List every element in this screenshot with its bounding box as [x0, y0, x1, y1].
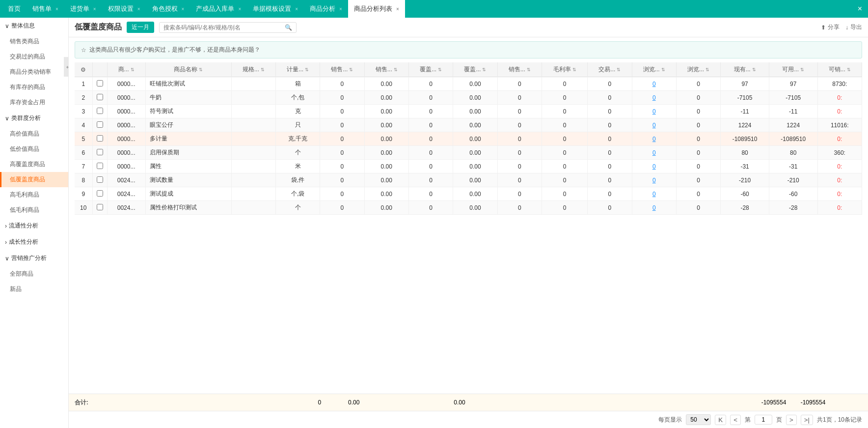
row-view1[interactable]: 0	[632, 118, 676, 132]
sidebar-item-high-gross[interactable]: 高毛利商品	[0, 187, 68, 202]
row-view1[interactable]: 0	[632, 105, 676, 118]
footer-sales-amt: 0.00	[337, 397, 371, 408]
close-icon[interactable]: ×	[238, 6, 241, 12]
page-input[interactable]	[755, 415, 772, 425]
row-checkbox[interactable]	[92, 91, 107, 105]
period-button[interactable]: 近一月	[127, 22, 154, 33]
sidebar-item-capital[interactable]: 库存资金占用	[0, 95, 68, 110]
row-checkbox[interactable]	[92, 105, 107, 118]
row-view2: 0	[676, 173, 720, 187]
close-icon[interactable]: ×	[339, 6, 342, 12]
sidebar-item-new-products[interactable]: 新品	[0, 282, 68, 297]
sidebar-item-low-value[interactable]: 低价值商品	[0, 142, 68, 157]
trans-col-header: 交易...⇅	[588, 62, 632, 77]
view-link[interactable]: 0	[652, 136, 656, 143]
tab-analysis[interactable]: 商品分析 ×	[304, 0, 348, 18]
row-view1[interactable]: 0	[632, 160, 676, 173]
sidebar-item-high-coverage[interactable]: 高覆盖度商品	[0, 157, 68, 172]
view-link[interactable]: 0	[652, 149, 656, 156]
tab-sales[interactable]: 销售单 ×	[27, 0, 64, 18]
view-link[interactable]: 0	[652, 94, 656, 101]
row-stock2: -31	[769, 160, 817, 173]
close-icon[interactable]: ×	[396, 6, 399, 12]
sidebar-item-in-stock[interactable]: 有库存的商品	[0, 80, 68, 95]
row-view2: 0	[676, 132, 720, 146]
sidebar-item-traded[interactable]: 交易过的商品	[0, 49, 68, 64]
close-icon[interactable]: ×	[93, 6, 96, 12]
first-page-button[interactable]: K	[715, 415, 726, 425]
sidebar-item-low-coverage[interactable]: 低覆盖度商品	[0, 172, 68, 187]
last-page-button[interactable]: >|	[801, 415, 813, 425]
view-link[interactable]: 0	[652, 177, 656, 184]
sidebar-item-all-products[interactable]: 全部商品	[0, 266, 68, 282]
row-view1[interactable]: 0	[632, 132, 676, 146]
search-input[interactable]	[163, 24, 282, 31]
close-icon[interactable]: ×	[295, 6, 298, 12]
tab-permission[interactable]: 权限设置 ×	[102, 0, 146, 18]
row-checkbox[interactable]	[92, 187, 107, 201]
page-title: 低覆盖度商品	[75, 22, 122, 32]
row-stock1: -31	[721, 160, 769, 173]
settings-col-header[interactable]: ⚙	[75, 62, 92, 77]
row-gross: 0	[542, 91, 587, 105]
tab-template[interactable]: 单据模板设置 ×	[247, 0, 304, 18]
tab-product-in[interactable]: 产成品入库单 ×	[190, 0, 247, 18]
sidebar-collapse-button[interactable]: «	[64, 57, 69, 77]
per-page-select[interactable]: 50 20 100 200	[686, 414, 711, 425]
tab-purchase[interactable]: 进货单 ×	[64, 0, 102, 18]
row-checkbox[interactable]	[92, 146, 107, 160]
close-icon[interactable]: ×	[55, 6, 58, 12]
sidebar-section-circulation[interactable]: › 流通性分析	[0, 218, 68, 234]
tab-analysis-list[interactable]: 商品分析列表 ×	[348, 0, 405, 18]
sidebar-item-low-gross[interactable]: 低毛利商品	[0, 202, 68, 218]
row-checkbox[interactable]	[92, 173, 107, 187]
row-stock2: -60	[769, 187, 817, 201]
table-body: 1 0000... 旺铺批次测试 箱 0 0.00 0 0.00 0 0 0 0…	[75, 77, 862, 215]
row-code: 0024...	[107, 201, 145, 215]
view-link[interactable]: 0	[652, 122, 656, 129]
row-checkbox[interactable]	[92, 77, 107, 91]
row-view1[interactable]: 0	[632, 201, 676, 215]
row-view1[interactable]: 0	[632, 91, 676, 105]
sidebar-section-marketing[interactable]: ∨ 营销推广分析	[0, 250, 68, 266]
row-num: 10	[75, 201, 92, 215]
row-num: 7	[75, 160, 92, 173]
view-link[interactable]: 0	[652, 81, 656, 87]
row-stock1: -28	[721, 201, 769, 215]
sidebar-item-sales-products[interactable]: 销售类商品	[0, 34, 68, 49]
row-spec	[231, 173, 275, 187]
sidebar-section-growth[interactable]: › 成长性分析	[0, 234, 68, 250]
view-link[interactable]: 0	[652, 108, 656, 115]
next-page-button[interactable]: >	[786, 415, 797, 425]
view-link[interactable]: 0	[652, 163, 656, 170]
sidebar-section-overview[interactable]: ∨ 整体信息	[0, 18, 68, 34]
share-button[interactable]: ⬆ 分享	[821, 23, 840, 31]
close-icon[interactable]: ×	[137, 6, 140, 12]
row-checkbox[interactable]	[92, 201, 107, 215]
row-unit: 个,袋	[275, 187, 320, 201]
row-unit: 箱	[275, 77, 320, 91]
row-checkbox[interactable]	[92, 132, 107, 146]
row-view1[interactable]: 0	[632, 173, 676, 187]
view-link[interactable]: 0	[652, 204, 656, 211]
view-link[interactable]: 0	[652, 191, 656, 198]
row-sales-amt: 0.00	[364, 105, 408, 118]
close-icon[interactable]: ×	[182, 6, 185, 12]
row-view1[interactable]: 0	[632, 146, 676, 160]
row-checkbox[interactable]	[92, 118, 107, 132]
tab-home[interactable]: 首页	[2, 0, 27, 18]
row-checkbox[interactable]	[92, 160, 107, 173]
table-row: 7 0000... 属性 米 0 0.00 0 0.00 0 0 0 0 0 -…	[75, 160, 862, 173]
stock1-col-header: 现有...⇅	[721, 62, 769, 77]
prev-page-button[interactable]: <	[730, 415, 741, 425]
table-wrapper[interactable]: ⚙ 商...⇅ 商品名称⇅ 规格...⇅ 计量...⇅ 销售...⇅ 销售...…	[75, 62, 862, 394]
export-button[interactable]: ↓ 导出	[845, 23, 862, 31]
sidebar-item-high-value[interactable]: 高价值商品	[0, 126, 68, 142]
search-icon[interactable]: 🔍	[285, 24, 292, 31]
sidebar-item-category-rate[interactable]: 商品分类动销率	[0, 64, 68, 80]
row-view1[interactable]: 0	[632, 187, 676, 201]
close-all-button[interactable]: ×	[854, 4, 866, 13]
sidebar-section-cluster[interactable]: ∨ 类群度分析	[0, 110, 68, 126]
row-view1[interactable]: 0	[632, 77, 676, 91]
tab-role[interactable]: 角色授权 ×	[146, 0, 190, 18]
